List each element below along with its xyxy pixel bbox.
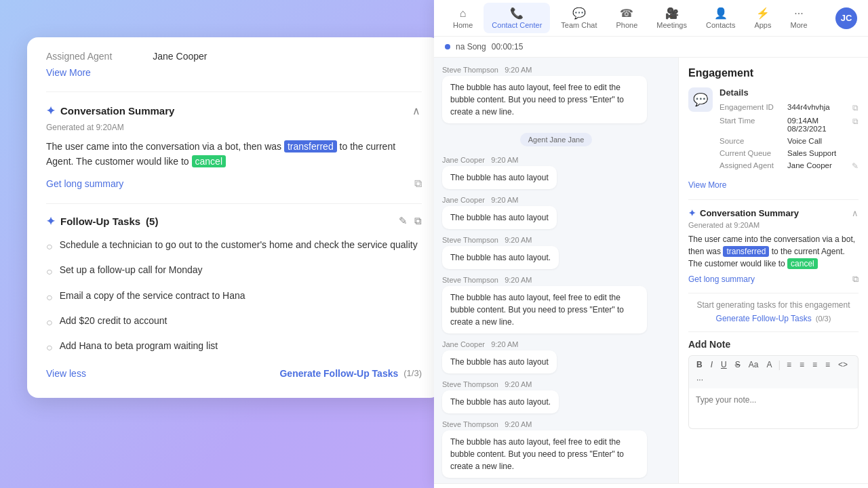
task-check-4: ○ — [46, 315, 53, 330]
summary-title: ✦ Conversation Summary — [46, 104, 174, 117]
detail-key: Start Time — [719, 117, 787, 125]
followup-title-text: Follow-Up Tasks — [60, 216, 140, 227]
task-item: ○ Add Hana to beta program waiting list — [46, 340, 422, 355]
generate-tasks-section: Start generating tasks for this engageme… — [688, 293, 859, 323]
msg-meta: Steve Thompson 9:20 AM — [442, 380, 559, 388]
indent-button[interactable]: ≡ — [810, 359, 819, 370]
generate-btn-area: Generate Follow-Up Tasks (1/3) — [279, 368, 422, 379]
view-more-link[interactable]: View More — [46, 67, 422, 78]
outdent-button[interactable]: ≡ — [823, 359, 832, 370]
phone-icon: ☎ — [620, 7, 633, 20]
nav-contacts-label: Contacts — [706, 21, 735, 29]
detail-row-start: Start Time 09:14AM 08/23/2021 ⧉ — [719, 117, 859, 133]
sidebar-sparkle-icon: ✦ — [688, 208, 696, 218]
msg-meta: Jane Cooper 9:20 AM — [442, 196, 557, 204]
task-item: ○ Schedule a technician to go out to the… — [46, 239, 422, 254]
detail-row-source: Source Voice Call — [719, 137, 859, 145]
code-button[interactable]: <> — [836, 359, 850, 370]
msg-meta: Steve Thompson 9:20 AM — [442, 420, 647, 428]
call-action-bar: ⇄ Transfer ↩ Release ☎ Voice Call 🎥 Vide… — [434, 483, 868, 488]
nav-contact-center[interactable]: 📞 Contact Center — [484, 3, 550, 33]
nav-contacts[interactable]: 👤 Contacts — [698, 3, 743, 33]
assigned-agent-value: Jane Cooper — [153, 51, 207, 62]
toolbar-divider: | — [778, 359, 781, 370]
task-item: ○ Add $20 credit to account — [46, 314, 422, 330]
nav-apps[interactable]: ⚡ Apps — [746, 3, 779, 33]
ordered-list-button[interactable]: ≡ — [797, 359, 806, 370]
msg-meta: Jane Cooper 9:20 AM — [442, 340, 557, 348]
sidebar-get-long-summary[interactable]: Get long summary — [688, 274, 755, 284]
detail-key: Source — [719, 137, 787, 145]
strikethrough-button[interactable]: S — [733, 359, 743, 370]
sidebar-copy-button[interactable]: ⧉ — [852, 274, 859, 285]
italic-button[interactable]: I — [709, 359, 715, 370]
followup-title: ✦ Follow-Up Tasks (5) — [46, 215, 158, 228]
font-color-button[interactable]: A — [764, 359, 774, 370]
note-input[interactable] — [688, 388, 859, 429]
copy-icon[interactable]: ⧉ — [852, 103, 859, 113]
sidebar-transferred: transferred — [723, 246, 769, 257]
top-nav: ⌂ Home 📞 Contact Center 💬 Team Chat ☎ Ph… — [434, 0, 868, 37]
task-check-5: ○ — [46, 340, 53, 355]
nav-phone-label: Phone — [616, 21, 638, 29]
copy-tasks-button[interactable]: ⧉ — [414, 215, 422, 227]
underline-button[interactable]: U — [719, 359, 729, 370]
edit-icon[interactable]: ✎ — [852, 161, 859, 171]
chat-bubble: The bubble has auto layout — [442, 206, 557, 229]
font-size-button[interactable]: Aa — [747, 359, 761, 370]
transferred-highlight: transferred — [284, 140, 337, 152]
nav-contact-center-label: Contact Center — [492, 21, 542, 29]
nav-phone[interactable]: ☎ Phone — [608, 3, 646, 33]
chat-bubble: The bubble has auto layout. — [442, 246, 559, 269]
get-long-summary-link[interactable]: Get long summary — [46, 178, 123, 189]
view-less-link[interactable]: View less — [46, 368, 86, 379]
team-chat-icon: 💬 — [572, 7, 586, 20]
more-options-button[interactable]: ··· — [694, 374, 705, 385]
nav-team-chat[interactable]: 💬 Team Chat — [553, 3, 605, 33]
collapse-button[interactable]: ∧ — [411, 103, 422, 119]
summary-text-1: The user came into the conversation via … — [46, 141, 284, 152]
details-content: Details Engagement ID 344r4vhvhja ⧉ Star… — [719, 87, 859, 175]
list-button[interactable]: ≡ — [785, 359, 793, 370]
nav-meetings[interactable]: 🎥 Meetings — [648, 3, 695, 33]
chat-bubble: The bubble has auto layout, feel free to… — [442, 430, 647, 478]
followup-header: ✦ Follow-Up Tasks (5) ✎ ⧉ — [46, 215, 422, 228]
sidebar-view-more-link[interactable]: View More — [688, 180, 859, 190]
sidebar-cancel: cancel — [787, 258, 818, 269]
detail-row-queue: Current Queue Sales Support — [719, 149, 859, 157]
chat-message: Steve Thompson 9:20 AM The bubble has au… — [442, 380, 559, 413]
copy-button[interactable]: ⧉ — [414, 178, 422, 190]
sidebar-collapse-button[interactable]: ∧ — [852, 208, 859, 218]
right-panel: ⌂ Home 📞 Contact Center 💬 Team Chat ☎ Ph… — [434, 0, 868, 488]
detail-key: Engagement ID — [719, 103, 787, 111]
task-text-4: Add $20 credit to account — [60, 314, 167, 328]
engagement-avatar: 💬 — [688, 87, 713, 112]
nav-more-label: More — [790, 21, 807, 29]
nav-home[interactable]: ⌂ Home — [445, 3, 481, 33]
copy-icon[interactable]: ⧉ — [852, 117, 859, 126]
task-check-2: ○ — [46, 264, 53, 279]
nav-more[interactable]: ··· More — [782, 3, 815, 33]
apps-icon: ⚡ — [756, 7, 770, 20]
nav-team-chat-label: Team Chat — [561, 21, 597, 29]
chat-message: Steve Thompson 9:20 AM The bubble has au… — [442, 276, 647, 333]
left-panel: Assigned Agent Jane Cooper View More ✦ C… — [27, 37, 441, 398]
generate-followup-button[interactable]: Generate Follow-Up Tasks — [279, 368, 398, 379]
task-check-1: ○ — [46, 239, 53, 254]
summary-text: The user came into the conversation via … — [46, 139, 422, 169]
sidebar-summary-title-text: Conversation Summary — [700, 208, 799, 218]
more-icon: ··· — [794, 7, 803, 20]
detail-key: Current Queue — [719, 149, 787, 157]
start-time-value: 09:14AM 08/23/2021 — [787, 117, 852, 133]
edit-button[interactable]: ✎ — [399, 215, 408, 227]
task-text-1: Schedule a technician to go out to the c… — [60, 239, 418, 252]
generate-tasks-link[interactable]: Generate Follow-Up Tasks — [716, 314, 812, 323]
source-value: Voice Call — [787, 137, 822, 145]
msg-meta: Jane Cooper 9:20 AM — [442, 156, 557, 164]
call-duration: 00:00:15 — [492, 42, 524, 52]
bold-button[interactable]: B — [694, 359, 705, 370]
chat-bubble: The bubble has auto layout. — [442, 390, 559, 413]
task-item: ○ Email a copy of the service contract t… — [46, 289, 422, 305]
detail-row-id: Engagement ID 344r4vhvhja ⧉ — [719, 103, 859, 113]
agent-value: Jane Cooper — [787, 161, 832, 169]
